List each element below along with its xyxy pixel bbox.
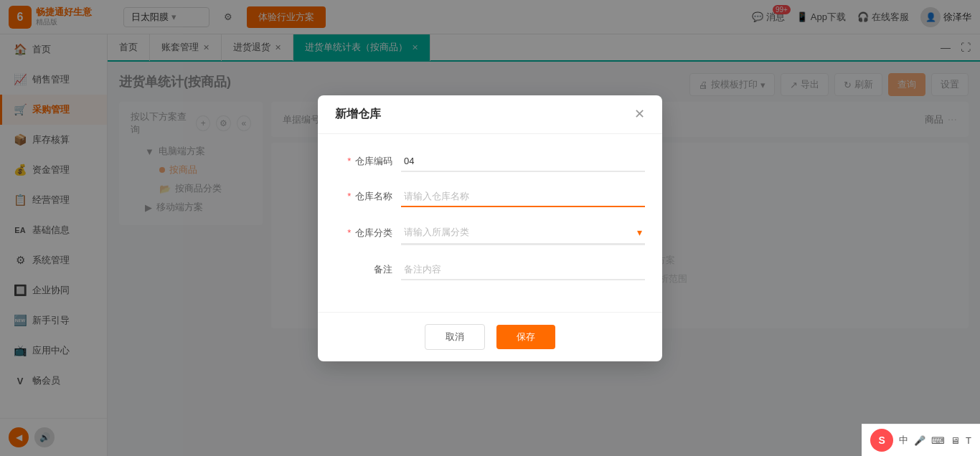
name-field-container [401, 186, 645, 207]
modal-close-button[interactable]: ✕ [634, 108, 645, 120]
name-label: * 仓库名称 [335, 190, 392, 203]
code-field-container [401, 151, 645, 172]
modal-title: 新增仓库 [335, 107, 381, 122]
bottom-bar: S 中 🎤 ⌨ 🖥 T [862, 424, 980, 456]
remark-field-container [401, 260, 645, 280]
category-label: * 仓库分类 [335, 227, 392, 239]
mic-button[interactable]: 🎤 [914, 435, 925, 446]
add-warehouse-modal: 新增仓库 ✕ * 仓库编码 [318, 95, 662, 361]
warehouse-remark-input[interactable] [401, 260, 645, 280]
bottom-label-chinese: 中 [899, 434, 908, 447]
code-label: * 仓库编码 [335, 155, 392, 168]
category-placeholder: 请输入所属分类 [404, 226, 469, 239]
warehouse-category-select[interactable]: 请输入所属分类 ▾ [401, 222, 645, 244]
keyboard-button[interactable]: ⌨ [931, 435, 945, 446]
required-mark: * [347, 227, 351, 238]
warehouse-name-input[interactable] [401, 186, 645, 207]
modal-overlay: 新增仓库 ✕ * 仓库编码 [108, 34, 980, 456]
form-row-name: * 仓库名称 [335, 186, 645, 207]
main-layout: 🏠 首页 📈 销售管理 🛒 采购管理 📦 库存核算 💰 资金管理 📋 经 [0, 34, 980, 456]
s-icon: S [870, 429, 893, 452]
content-area: 首页 账套管理 ✕ 进货退货 ✕ 进货单统计表（按商品） ✕ — ⛶ [108, 34, 980, 456]
chevron-down-icon: ▾ [637, 227, 642, 238]
modal-body: * 仓库编码 * 仓库名称 [318, 134, 662, 312]
modal-header: 新增仓库 ✕ [318, 95, 662, 134]
required-mark: * [347, 191, 351, 201]
form-row-remark: 备注 [335, 260, 645, 280]
category-field-container: 请输入所属分类 ▾ [401, 222, 645, 245]
display-button[interactable]: 🖥 [951, 435, 960, 446]
cancel-button[interactable]: 取消 [425, 324, 485, 350]
form-row-code: * 仓库编码 [335, 151, 645, 172]
form-row-category: * 仓库分类 请输入所属分类 ▾ [335, 222, 645, 245]
translate-button[interactable]: T [966, 435, 971, 446]
remark-label: 备注 [335, 263, 392, 276]
save-button[interactable]: 保存 [496, 325, 555, 349]
modal-footer: 取消 保存 [318, 312, 662, 361]
warehouse-code-input[interactable] [401, 151, 645, 172]
required-mark: * [347, 156, 351, 166]
